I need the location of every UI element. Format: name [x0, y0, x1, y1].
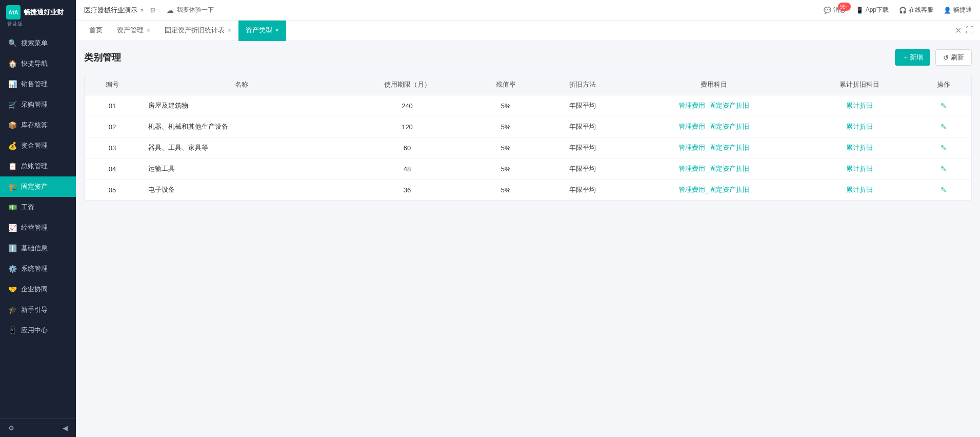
- cell-period: 60: [344, 137, 471, 158]
- main-content: 医疗器械行业演示 ▾ ⚙ ☁ 我要体验一下 💬 消息 99 📱 App下载 🎧 …: [76, 0, 980, 437]
- sidebar-item-label: 库存核算: [21, 121, 48, 130]
- cell-method: 年限平均: [541, 95, 625, 116]
- tab-label: 资产管理: [117, 26, 144, 35]
- edit-button[interactable]: ✎: [941, 165, 947, 173]
- tab-label: 固定资产折旧统计表: [165, 26, 225, 35]
- sidebar-item-sales[interactable]: 📊 销售管理: [0, 74, 76, 94]
- sidebar-item-fixed[interactable]: 🏗️ 固定资产: [0, 176, 76, 197]
- new-button[interactable]: + 新增: [895, 49, 930, 66]
- edit-button[interactable]: ✎: [941, 144, 947, 152]
- cell-name: 机器、机械和其他生产设备: [140, 116, 344, 137]
- cell-expense: 管理费用_固定资产折旧: [625, 137, 803, 158]
- page-header: 类别管理 + 新增 ↺ 刷新: [84, 49, 972, 66]
- tab-depreciation[interactable]: 固定资产折旧统计表 ×: [157, 21, 238, 41]
- table-row: 03 器具、工具、家具等 60 5% 年限平均 管理费用_固定资产折旧 累计折旧…: [85, 137, 971, 158]
- asset-type-table: 编号 名称 使用期限（月） 残值率 折旧方法 费用科目 累计折旧科目 操作 01…: [85, 74, 971, 200]
- workspace-settings-icon[interactable]: ⚙: [150, 6, 156, 14]
- close-icon[interactable]: ×: [228, 27, 231, 34]
- sidebar-item-ledger[interactable]: 📋 总账管理: [0, 156, 76, 176]
- cell-code: 03: [85, 137, 140, 158]
- sidebar-item-label: 采购管理: [21, 100, 48, 109]
- sidebar-item-label: 系统管理: [21, 264, 48, 273]
- sidebar-item-label: 新手引导: [21, 305, 48, 314]
- table-row: 01 房屋及建筑物 240 5% 年限平均 管理费用_固定资产折旧 累计折旧 ✎: [85, 95, 971, 116]
- refresh-button[interactable]: ↺ 刷新: [935, 49, 972, 66]
- col-code: 编号: [85, 74, 140, 95]
- sidebar-item-cooperation[interactable]: 🤝 企业协同: [0, 279, 76, 300]
- cart-icon: 🛒: [8, 101, 17, 109]
- cell-period: 48: [344, 158, 471, 180]
- sidebar-item-label: 基础信息: [21, 244, 48, 253]
- edit-button[interactable]: ✎: [941, 123, 947, 131]
- table-row: 05 电子设备 36 5% 年限平均 管理费用_固定资产折旧 累计折旧 ✎: [85, 180, 971, 201]
- cell-name: 电子设备: [140, 180, 344, 201]
- sidebar-item-salary[interactable]: 💵 工资: [0, 197, 76, 217]
- cell-action: ✎: [916, 158, 971, 180]
- cell-code: 01: [85, 95, 140, 116]
- page-actions: + 新增 ↺ 刷新: [895, 49, 972, 66]
- search-icon: 🔍: [8, 39, 17, 47]
- sidebar-item-capital[interactable]: 💰 资金管理: [0, 135, 76, 156]
- sidebar-item-guide[interactable]: 🎓 新手引导: [0, 300, 76, 320]
- chart-icon: 📊: [8, 80, 17, 88]
- user-button[interactable]: 👤 畅捷通: [944, 6, 972, 14]
- sidebar-item-label: 资金管理: [21, 141, 48, 150]
- cell-accumulated: 累计折旧: [803, 137, 916, 158]
- cell-accumulated: 累计折旧: [803, 95, 916, 116]
- sidebar-item-search[interactable]: 🔍 搜索菜单: [0, 33, 76, 53]
- sidebar-item-basic[interactable]: ℹ️ 基础信息: [0, 238, 76, 259]
- maximize-icon[interactable]: ⛶: [966, 26, 974, 35]
- settings-button[interactable]: ⚙: [8, 424, 14, 432]
- tab-controls: ✕ ⛶: [955, 26, 974, 35]
- col-expense: 费用科目: [625, 74, 803, 95]
- close-window-icon[interactable]: ✕: [955, 26, 962, 35]
- tab-home[interactable]: 首页: [82, 21, 110, 41]
- sidebar-item-label: 经营管理: [21, 223, 48, 232]
- appcenter-icon: 📱: [8, 326, 17, 334]
- customer-service-button[interactable]: 🎧 在线客服: [899, 6, 933, 14]
- cell-name: 房屋及建筑物: [140, 95, 344, 116]
- col-method: 折旧方法: [541, 74, 625, 95]
- sidebar-item-inventory[interactable]: 📦 库存核算: [0, 115, 76, 135]
- page-title: 类别管理: [84, 51, 121, 64]
- app-download-button[interactable]: 📱 App下载: [856, 6, 889, 14]
- app-version: 普及版: [7, 21, 23, 28]
- cell-expense: 管理费用_固定资产折旧: [625, 180, 803, 201]
- close-icon[interactable]: ×: [147, 27, 150, 34]
- tab-asset-mgmt[interactable]: 资产管理 ×: [110, 21, 157, 41]
- cell-action: ✎: [916, 137, 971, 158]
- cell-residual: 5%: [471, 95, 541, 116]
- cell-name: 运输工具: [140, 158, 344, 180]
- tab-label: 首页: [89, 26, 103, 35]
- salary-icon: 💵: [8, 203, 17, 211]
- edit-button[interactable]: ✎: [941, 102, 947, 110]
- cell-code: 02: [85, 116, 140, 137]
- headset-icon: 🎧: [899, 7, 907, 14]
- operations-icon: 📈: [8, 224, 17, 232]
- sidebar-item-operations[interactable]: 📈 经营管理: [0, 217, 76, 238]
- cell-accumulated: 累计折旧: [803, 158, 916, 180]
- cell-method: 年限平均: [541, 116, 625, 137]
- close-icon[interactable]: ×: [275, 27, 279, 34]
- customer-service-label: 在线客服: [909, 6, 933, 14]
- cell-action: ✎: [916, 116, 971, 137]
- cooperation-icon: 🤝: [8, 285, 17, 293]
- sidebar-item-purchase[interactable]: 🛒 采购管理: [0, 94, 76, 115]
- building-icon: 🏗️: [8, 183, 17, 191]
- user-label: 畅捷通: [953, 6, 972, 14]
- sidebar-item-quicknav[interactable]: 🏠 快捷导航: [0, 53, 76, 74]
- edit-button[interactable]: ✎: [941, 186, 947, 194]
- col-residual: 残值率: [471, 74, 541, 95]
- sidebar: AtA 畅捷通好业财 普及版 🔍 搜索菜单 🏠 快捷导航 📊 销售管理 🛒 采购…: [0, 0, 76, 437]
- experience-button[interactable]: ☁ 我要体验一下: [167, 6, 214, 14]
- message-button[interactable]: 💬 消息 99: [824, 6, 846, 14]
- sidebar-item-appcenter[interactable]: 📱 应用中心: [0, 320, 76, 341]
- box-icon: 📦: [8, 121, 17, 129]
- workspace-selector[interactable]: 医疗器械行业演示 ▾: [84, 6, 144, 15]
- cell-code: 05: [85, 180, 140, 201]
- tab-asset-type[interactable]: 资产类型 ×: [238, 21, 286, 41]
- phone-icon: 📱: [856, 7, 864, 14]
- collapse-button[interactable]: ◀: [63, 424, 68, 432]
- app-logo: AtA 畅捷通好业财: [6, 5, 64, 19]
- sidebar-item-system[interactable]: ⚙️ 系统管理: [0, 259, 76, 279]
